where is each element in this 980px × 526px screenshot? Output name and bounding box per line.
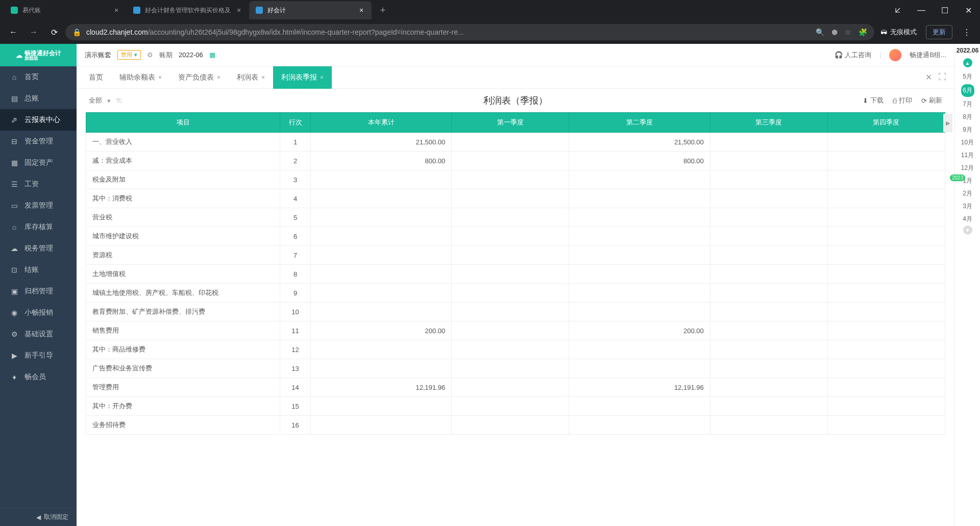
- table-row[interactable]: 管理费用 14 12,191.96 12,191.96: [86, 378, 945, 397]
- window-maximize-icon[interactable]: ☐: [933, 0, 957, 20]
- chevron-down-icon[interactable]: ▾: [107, 97, 111, 105]
- tab-close-icon[interactable]: ×: [320, 74, 324, 81]
- table-row[interactable]: 城镇土地使用税、房产税、车船税、印花税 9: [86, 284, 945, 303]
- sidebar-item[interactable]: ⌂库存核算: [0, 216, 77, 238]
- ruler-down-icon[interactable]: ▼: [963, 226, 972, 235]
- table-row[interactable]: 税金及附加 3: [86, 170, 945, 189]
- tab-close-icon[interactable]: ×: [217, 74, 220, 81]
- table-row[interactable]: 土地增值税 8: [86, 265, 945, 284]
- ruler-month[interactable]: 6月: [961, 84, 974, 97]
- cell-ytd: [311, 189, 452, 208]
- sidebar-item[interactable]: ☰工资: [0, 173, 77, 195]
- page-tab[interactable]: 利润表×: [229, 66, 273, 89]
- sidebar-item[interactable]: ⬀云报表中心: [0, 109, 77, 131]
- tab-close-icon[interactable]: ×: [261, 74, 265, 81]
- sidebar-item[interactable]: ⊟资金管理: [0, 131, 77, 152]
- browser-tab[interactable]: 好会计×: [249, 1, 372, 19]
- cell-q2: [569, 170, 710, 189]
- scroll-right-button[interactable]: ▶: [943, 114, 952, 132]
- sidebar-item[interactable]: ♦畅会员: [0, 366, 77, 388]
- page-tab[interactable]: 资产负债表×: [170, 66, 229, 89]
- sidebar-item[interactable]: ⊡结账: [0, 259, 77, 281]
- ruler-month[interactable]: 4月: [955, 213, 980, 226]
- url-bar[interactable]: 🔒 cloud2.chanjet.com/accounting/uh26t264…: [65, 24, 874, 40]
- cell-q4: [827, 189, 945, 208]
- cell-q4: [827, 284, 945, 303]
- sidebar-item[interactable]: ⌂首页: [0, 66, 77, 88]
- ruler-month[interactable]: 7月: [955, 98, 980, 111]
- download-button[interactable]: ⬇下载: [863, 96, 884, 105]
- tab-close-icon[interactable]: ×: [112, 6, 120, 14]
- tab-close-icon[interactable]: ×: [158, 74, 162, 81]
- account-name[interactable]: 演示账套: [85, 51, 111, 60]
- sidebar-item[interactable]: ▣归档管理: [0, 281, 77, 302]
- ruler-month[interactable]: 8月: [955, 111, 980, 123]
- sidebar-pin-toggle[interactable]: ◀ 取消固定: [0, 508, 77, 526]
- sidebar-item[interactable]: ◉小畅报销: [0, 302, 77, 323]
- browser-tab[interactable]: 好会计财务管理软件购买价格及×: [127, 1, 249, 19]
- page-tab[interactable]: 辅助余额表×: [111, 66, 170, 89]
- window-min-icon[interactable]: [886, 0, 910, 20]
- ruler-up-icon[interactable]: ▲: [963, 58, 972, 67]
- disable-tag[interactable]: 禁用 ▾: [117, 50, 141, 60]
- logo[interactable]: ☁ 畅捷通好会计 旗舰版: [0, 44, 77, 66]
- ruler-month[interactable]: 2月: [955, 187, 980, 200]
- ruler-month[interactable]: 11月: [955, 149, 980, 162]
- back-button[interactable]: ←: [4, 23, 22, 41]
- table-row[interactable]: 其中：开办费 15: [86, 397, 945, 416]
- browser-menu-icon[interactable]: ⋮: [958, 23, 976, 41]
- fullscreen-icon[interactable]: ⛶: [938, 72, 946, 82]
- settings-icon[interactable]: ⚙: [147, 51, 153, 59]
- ruler-month[interactable]: 9月: [955, 123, 980, 136]
- tab-close-icon[interactable]: ×: [357, 6, 365, 14]
- table-row[interactable]: 其中：商品维修费 12: [86, 340, 945, 359]
- calendar-icon[interactable]: ▦: [209, 51, 215, 59]
- sidebar-item[interactable]: ⚙基础设置: [0, 323, 77, 345]
- refresh-button[interactable]: ⟳刷新: [921, 96, 942, 105]
- filter-all[interactable]: 全部: [89, 96, 102, 105]
- table-row[interactable]: 资源税 7: [86, 246, 945, 265]
- update-button[interactable]: 更新: [926, 25, 952, 39]
- table-row[interactable]: 减：营业成本 2 800.00 800.00: [86, 152, 945, 170]
- help-icon[interactable]: ?⃝: [116, 97, 122, 105]
- sidebar-item[interactable]: ▦固定资产: [0, 152, 77, 173]
- ruler-month[interactable]: 10月: [955, 136, 980, 149]
- browser-tab[interactable]: 易代账×: [4, 1, 127, 19]
- zoom-icon[interactable]: 🔍: [816, 28, 824, 36]
- ruler-month[interactable]: 12月: [955, 162, 980, 174]
- table-row[interactable]: 其中：消费税 4: [86, 189, 945, 208]
- table-row[interactable]: 城市维护建设税 6: [86, 227, 945, 246]
- new-tab-button[interactable]: +: [376, 3, 390, 17]
- bookmark-icon[interactable]: ☆: [845, 28, 851, 36]
- close-all-tabs-icon[interactable]: ✕: [925, 72, 932, 82]
- table-row[interactable]: 销售费用 11 200.00 200.00: [86, 321, 945, 340]
- ruler-month[interactable]: 5月: [955, 70, 980, 83]
- window-close-icon[interactable]: ✕: [957, 0, 980, 20]
- user-name[interactable]: 畅捷通B组...: [910, 51, 946, 60]
- support-link[interactable]: 🎧 人工咨询: [835, 51, 871, 60]
- extension-icon[interactable]: ⬢: [831, 28, 838, 36]
- sidebar-item-label: 小畅报销: [24, 308, 53, 317]
- table-row[interactable]: 营业税 5: [86, 208, 945, 227]
- tab-close-icon[interactable]: ×: [235, 6, 243, 14]
- column-header: 行次: [280, 113, 311, 133]
- page-tab[interactable]: 首页: [81, 66, 111, 89]
- sidebar-item[interactable]: ▭发票管理: [0, 195, 77, 216]
- table-row[interactable]: 教育费附加、矿产资源补偿费、排污费 10: [86, 303, 945, 321]
- page-tab[interactable]: 利润表季报×: [273, 66, 332, 89]
- sidebar-item[interactable]: ☁税务管理: [0, 238, 77, 259]
- avatar[interactable]: [889, 49, 901, 61]
- forward-button[interactable]: →: [24, 23, 43, 41]
- ruler-month[interactable]: 3月: [955, 200, 980, 213]
- table-row[interactable]: 一、营业收入 1 21,500.00 21,500.00: [86, 133, 945, 152]
- cell-q4: [827, 265, 945, 284]
- puzzle-icon[interactable]: 🧩: [859, 28, 867, 36]
- table-row[interactable]: 广告费和业务宣传费 13: [86, 359, 945, 378]
- sidebar-item[interactable]: ▤总账: [0, 88, 77, 109]
- reload-button[interactable]: ⟳: [45, 23, 63, 41]
- table-row[interactable]: 业务招待费 16: [86, 416, 945, 435]
- print-button[interactable]: ⎙打印: [893, 96, 912, 105]
- sidebar-item[interactable]: ▶新手引导: [0, 345, 77, 366]
- window-minimize-icon[interactable]: ―: [910, 0, 933, 20]
- period-value[interactable]: 2022-06: [179, 51, 203, 59]
